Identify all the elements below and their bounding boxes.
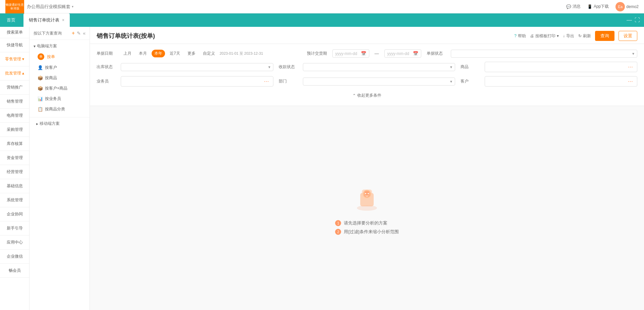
customer-more-btn[interactable]: ··· bbox=[627, 78, 634, 85]
app-selector[interactable]: 办公用品行业模拟账套 ▾ bbox=[27, 4, 73, 10]
svg-point-6 bbox=[368, 193, 369, 194]
shortcut-this-year[interactable]: 本年 bbox=[152, 50, 165, 57]
shortcut-more[interactable]: 更多 bbox=[185, 50, 198, 57]
scheme-item-by-customer-goods[interactable]: 📦 按客户+商品 bbox=[30, 83, 90, 94]
scheme-pc-label: 电脑端方案 bbox=[37, 43, 57, 49]
sidebar-item-wholesale[interactable]: 批发管理 ▴ bbox=[0, 66, 29, 81]
customer-input[interactable]: ··· bbox=[485, 76, 637, 87]
topbar: 畅捷通好生意 标准版 办公用品行业模拟账套 ▾ 💬 消息 📱 App下载 Ea … bbox=[0, 0, 644, 13]
payment-arrow: ▾ bbox=[450, 65, 452, 69]
print-label: 按模板打印 bbox=[535, 33, 555, 39]
sidebar-search[interactable]: 搜索菜单 bbox=[0, 27, 29, 38]
scheme-item-by-goods[interactable]: 📦 按商品 bbox=[30, 73, 90, 83]
shortcut-this-month[interactable]: 本月 bbox=[136, 50, 150, 57]
help-icon: ? bbox=[514, 34, 517, 38]
date-to-input[interactable]: yyyy-mm-dd 📅 bbox=[384, 49, 421, 58]
scheme-add-btn[interactable]: + bbox=[72, 30, 75, 36]
salesperson-more-btn[interactable]: ··· bbox=[263, 78, 270, 85]
sidebar-item-wechat[interactable]: 企业微信 bbox=[0, 250, 29, 264]
tab-close-btn[interactable]: × bbox=[62, 18, 64, 22]
tab-active[interactable]: 销售订单统计表 × bbox=[23, 13, 70, 27]
scheme-pc-group-title[interactable]: ▾ 电脑端方案 bbox=[30, 41, 90, 51]
scheme-collapse-btn[interactable]: « bbox=[83, 31, 86, 36]
app-download-label: App下载 bbox=[594, 4, 609, 9]
scheme-mobile-group-title[interactable]: ▸ 移动端方案 bbox=[30, 119, 90, 128]
shortcut-custom[interactable]: 自定义 bbox=[200, 50, 218, 57]
sidebar-item-collab[interactable]: 企业协同 bbox=[0, 207, 29, 221]
goods-input[interactable]: ··· bbox=[485, 62, 637, 72]
topbar-left: 畅捷通好生意 标准版 办公用品行业模拟账套 ▾ bbox=[5, 0, 73, 13]
empty-state: 1 请先选择要分析的方案 2 用[过滤]条件来缩小分析范围 bbox=[90, 106, 644, 310]
shortcut-7days[interactable]: 近7天 bbox=[167, 50, 183, 57]
sidebar-item-basic-info[interactable]: 基础信息 bbox=[0, 179, 29, 193]
shortcut-last-month[interactable]: 上月 bbox=[121, 50, 134, 57]
right-content: 销售订单统计表(按单) ? 帮助 🖨 按模板打印 ▾ ↓ 导出 bbox=[90, 27, 644, 310]
scheme-edit-btn[interactable]: ✎ bbox=[77, 31, 81, 36]
filter-row-3: 业务员 ··· 部门 ▾ 客户 ··· bbox=[97, 76, 637, 87]
calendar-to-icon: 📅 bbox=[413, 51, 418, 56]
app-download-btn[interactable]: 📱 App下载 bbox=[587, 4, 609, 9]
scheme-item-by-category[interactable]: 📋 按商品分类 bbox=[30, 104, 90, 114]
scheme-item-by-order[interactable]: 单 按单 bbox=[30, 51, 90, 62]
sidebar-item-appcenter[interactable]: 应用中心 bbox=[0, 236, 29, 250]
calendar-from-icon: 📅 bbox=[361, 51, 366, 56]
scheme-icon-salesperson: 📊 bbox=[38, 96, 43, 102]
date-to-placeholder: yyyy-mm-dd bbox=[387, 51, 409, 56]
scheme-pc-arrow: ▾ bbox=[34, 44, 36, 49]
sidebar-item-ecommerce[interactable]: 电商管理 bbox=[0, 109, 29, 123]
logo[interactable]: 畅捷通好生意 标准版 bbox=[5, 0, 24, 13]
query-btn[interactable]: 查询 bbox=[595, 31, 614, 41]
mobile-arrow: ▸ bbox=[36, 121, 38, 126]
payment-status-select[interactable]: ▾ bbox=[303, 63, 455, 71]
hint-num-2: 2 bbox=[335, 229, 341, 235]
bill-status-select[interactable]: ▾ bbox=[451, 50, 638, 58]
salesperson-input[interactable]: ··· bbox=[121, 76, 273, 87]
export-icon: ↓ bbox=[563, 34, 565, 38]
sidebar-item-retail[interactable]: 零售管理 ▾ bbox=[0, 52, 29, 66]
main-layout: 搜索菜单 快捷导航 零售管理 ▾ 批发管理 ▴ 营销推广 销售管理 电商管理 采… bbox=[0, 27, 644, 310]
tab-window-controls: — ⛶ bbox=[627, 17, 644, 23]
refresh-label: 刷新 bbox=[583, 33, 591, 39]
sidebar-item-finance[interactable]: 资金管理 bbox=[0, 151, 29, 165]
department-select[interactable]: ▾ bbox=[303, 78, 455, 86]
scheme-item-label-0: 按单 bbox=[47, 54, 55, 60]
scheme-item-by-customer[interactable]: 👤 按客户 bbox=[30, 62, 90, 73]
hint-num-1: 1 bbox=[335, 220, 341, 226]
date-from-input[interactable]: yyyy-mm-dd 📅 bbox=[332, 49, 369, 58]
scheme-item-label-2: 按商品 bbox=[45, 75, 57, 81]
collapse-btn[interactable]: ⌃ 收起更多条件 bbox=[97, 91, 637, 100]
sidebar-item-newuser[interactable]: 新手引导 bbox=[0, 221, 29, 236]
date-separator: — bbox=[375, 51, 379, 56]
minimize-btn[interactable]: — bbox=[627, 17, 632, 23]
print-icon: 🖨 bbox=[530, 34, 534, 38]
tab-home[interactable]: 首页 bbox=[0, 13, 22, 27]
sidebar-item-inventory[interactable]: 库存核算 bbox=[0, 137, 29, 151]
help-btn[interactable]: ? 帮助 bbox=[514, 33, 526, 39]
scheme-icon-category: 📋 bbox=[38, 107, 43, 112]
scheme-item-by-salesperson[interactable]: 📊 按业务员 bbox=[30, 94, 90, 104]
scheme-item-label-3: 按客户+商品 bbox=[45, 86, 67, 91]
maximize-btn[interactable]: ⛶ bbox=[635, 17, 640, 23]
sidebar-item-member[interactable]: 畅会员 bbox=[0, 264, 29, 278]
app-name: 办公用品行业模拟账套 bbox=[27, 4, 70, 10]
print-btn[interactable]: 🖨 按模板打印 ▾ bbox=[530, 33, 559, 39]
sidebar-item-quick-nav[interactable]: 快捷导航 bbox=[0, 38, 29, 52]
user-name: demo2 bbox=[626, 4, 639, 9]
sidebar-item-purchase[interactable]: 采购管理 bbox=[0, 123, 29, 137]
goods-more-btn[interactable]: ··· bbox=[627, 63, 634, 70]
sidebar-item-sales[interactable]: 销售管理 bbox=[0, 95, 29, 109]
filter-row-1: 单据日期 上月 本月 本年 近7天 更多 自定义 2023-01-01 至 20… bbox=[97, 49, 637, 58]
settings-btn[interactable]: 设置 bbox=[619, 31, 637, 41]
message-btn[interactable]: 💬 消息 bbox=[566, 4, 581, 9]
sidebar-item-system[interactable]: 系统管理 bbox=[0, 193, 29, 207]
scheme-mobile-label: 移动端方案 bbox=[40, 121, 60, 126]
user-menu[interactable]: Ea demo2 bbox=[615, 2, 639, 11]
export-btn[interactable]: ↓ 导出 bbox=[563, 33, 574, 39]
sidebar-item-marketing[interactable]: 营销推广 bbox=[0, 81, 29, 95]
avatar: Ea bbox=[615, 2, 625, 11]
shipment-status-select[interactable]: ▾ bbox=[121, 63, 273, 71]
refresh-btn[interactable]: ↻ 刷新 bbox=[578, 33, 591, 39]
scheme-panel-actions: + ✎ « bbox=[72, 30, 86, 36]
filter-row-2: 出库状态 ▾ 收款状态 ▾ 商品 ··· bbox=[97, 62, 637, 72]
sidebar-item-operation[interactable]: 经营管理 bbox=[0, 165, 29, 179]
